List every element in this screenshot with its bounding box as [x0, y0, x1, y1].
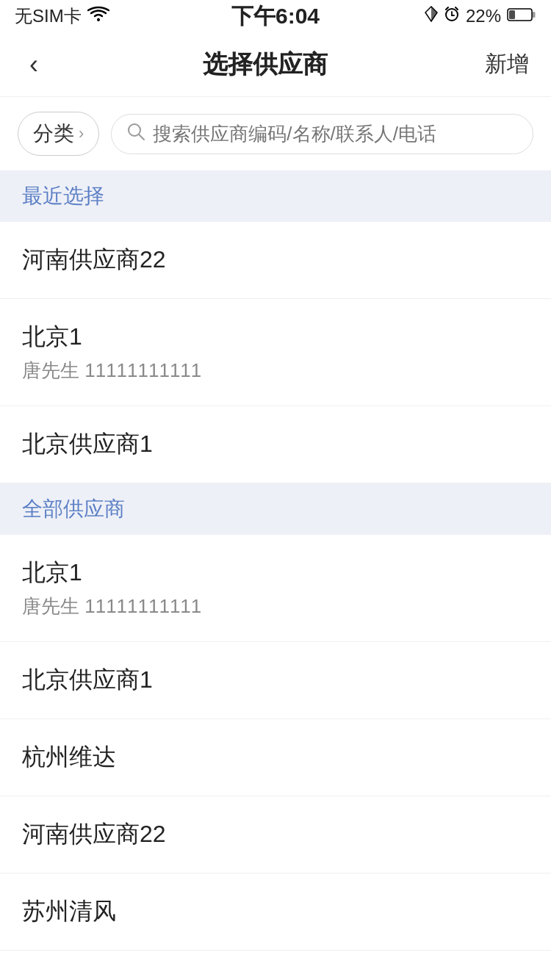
chevron-right-icon: › — [79, 124, 84, 143]
all-items-list: 北京1唐先生 11111111111北京供应商1杭州维达河南供应商22苏州清风 — [0, 535, 551, 951]
list-item[interactable]: 河南供应商22 — [0, 222, 551, 299]
recent-items-list: 河南供应商22北京1唐先生 11111111111北京供应商1 — [0, 222, 551, 483]
search-input[interactable] — [153, 123, 518, 145]
list-item[interactable]: 苏州清风 — [0, 873, 551, 951]
status-time: 下午6:04 — [231, 1, 320, 32]
wifi-icon — [87, 6, 109, 26]
all-section-label: 全部供应商 — [22, 497, 125, 520]
recent-section-label: 最近选择 — [22, 184, 104, 207]
item-name: 北京1 — [22, 321, 529, 353]
item-sub: 唐先生 11111111111 — [22, 594, 529, 619]
list-item[interactable]: 北京供应商1 — [0, 642, 551, 719]
recent-section-header: 最近选择 — [0, 170, 551, 222]
all-section-header: 全部供应商 — [0, 483, 551, 535]
status-right: 22% — [425, 6, 536, 26]
item-name: 北京1 — [22, 557, 529, 589]
location-icon — [425, 6, 438, 26]
carrier-label: 无SIM卡 — [15, 4, 82, 28]
list-item[interactable]: 北京供应商1 — [0, 406, 551, 483]
item-sub: 唐先生 11111111111 — [22, 358, 529, 383]
category-button[interactable]: 分类 › — [18, 112, 99, 156]
category-label: 分类 — [33, 120, 74, 148]
svg-line-6 — [139, 134, 144, 140]
svg-point-0 — [97, 18, 100, 21]
add-button[interactable]: 新增 — [485, 49, 529, 79]
list-item[interactable]: 北京1唐先生 11111111111 — [0, 535, 551, 642]
list-item[interactable]: 河南供应商22 — [0, 796, 551, 873]
item-name: 河南供应商22 — [22, 818, 529, 851]
item-name: 苏州清风 — [22, 896, 529, 928]
item-name: 杭州维达 — [22, 741, 529, 774]
item-name: 北京供应商1 — [22, 664, 529, 696]
status-bar: 无SIM卡 下午6:04 22% — [0, 0, 551, 32]
item-name: 河南供应商22 — [22, 244, 529, 276]
search-icon — [126, 122, 145, 146]
list-item[interactable]: 北京1唐先生 11111111111 — [0, 299, 551, 406]
page-title: 选择供应商 — [203, 48, 328, 82]
filter-bar: 分类 › — [0, 97, 551, 170]
battery-label: 22% — [466, 6, 501, 26]
alarm-icon — [444, 6, 460, 26]
battery-icon — [507, 6, 536, 26]
list-item[interactable]: 杭州维达 — [0, 719, 551, 796]
status-left: 无SIM卡 — [15, 4, 109, 28]
search-box[interactable] — [111, 114, 533, 154]
svg-rect-3 — [533, 12, 536, 18]
nav-bar: ‹ 选择供应商 新增 — [0, 32, 551, 97]
svg-rect-4 — [509, 10, 515, 19]
back-button[interactable]: ‹ — [22, 42, 46, 87]
item-name: 北京供应商1 — [22, 428, 529, 461]
